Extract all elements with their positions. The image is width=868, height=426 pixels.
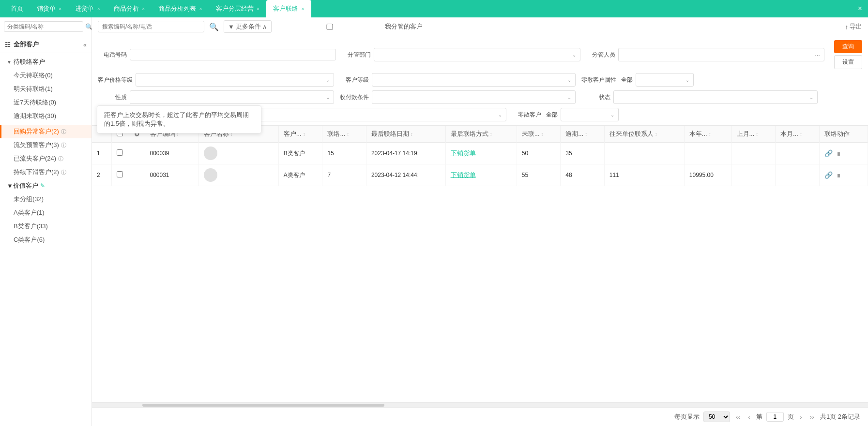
person-select[interactable]: ···	[618, 48, 824, 61]
row1-contact: 15	[322, 143, 366, 164]
dept-select[interactable]: ⌄	[374, 48, 580, 61]
sort-date-icon[interactable]: ↕	[411, 132, 413, 137]
close-product-analysis-tab[interactable]: ×	[142, 6, 145, 12]
my-customers-checkbox-label[interactable]: 我分管的客户	[276, 22, 423, 31]
row2-avatar	[204, 168, 217, 182]
nav-tab-customer-contact[interactable]: 客户联络 ×	[266, 0, 311, 17]
tooltip-box: 距客户上次交易时长，超过了此客户的平均交易周期的1.5倍，则视为异常。	[97, 105, 261, 133]
sort-last-month-icon[interactable]: ↕	[756, 132, 758, 137]
col-category[interactable]: 客户... ↕	[278, 126, 322, 143]
row2-contact-way-link[interactable]: 下销货单	[451, 171, 476, 178]
sidebar-item-class-c[interactable]: C类客户(6)	[0, 233, 91, 247]
nav-tab-purchase[interactable]: 进货单 ×	[68, 0, 107, 17]
sort-this-month-icon[interactable]: ↕	[800, 132, 802, 137]
last-page-button[interactable]: ››	[808, 412, 816, 422]
sort-category-icon[interactable]: ↕	[303, 132, 305, 137]
edit-value-group-icon[interactable]: ✎	[40, 182, 45, 189]
sort-overdue-icon[interactable]: ↕	[585, 132, 587, 137]
close-purchase-tab[interactable]: ×	[97, 6, 100, 12]
customer-type-select[interactable]: ⌄	[232, 108, 506, 121]
query-button[interactable]: 查询	[834, 40, 862, 53]
row2-link-action-icon[interactable]: 🔗	[824, 171, 833, 179]
row2-action: 🔗 ∎	[819, 164, 868, 186]
help-icon-churn-warning[interactable]: ⓘ	[61, 142, 66, 149]
sidebar-item-today[interactable]: 今天待联络(0)	[0, 69, 91, 82]
status-select[interactable]: ⌄	[613, 90, 818, 104]
phone-input[interactable]	[130, 49, 336, 60]
nav-tab-customer-tier[interactable]: 客户分层经营 ×	[209, 0, 266, 17]
page-size-select[interactable]: 50 20 100	[703, 411, 730, 422]
sidebar-item-class-b[interactable]: B类客户(33)	[0, 220, 91, 233]
sidebar-item-tomorrow[interactable]: 明天待联络(1)	[0, 82, 91, 96]
close-product-list-tab[interactable]: ×	[199, 6, 202, 12]
payment-arrow: ⌄	[567, 95, 571, 100]
row1-checkbox-input[interactable]	[117, 149, 123, 156]
table-scroll-bar[interactable]	[92, 402, 868, 407]
col-last-contact-way[interactable]: 最后联络方式 ↕	[445, 126, 517, 143]
all-customers-header[interactable]: ☷ 全部客户 «	[0, 36, 91, 53]
sidebar-item-repurchase-abnormal[interactable]: 回购异常客户(2) ⓘ	[0, 125, 91, 138]
help-icon-declining[interactable]: ⓘ	[61, 169, 66, 176]
nav-close-button[interactable]: ×	[858, 4, 862, 13]
sidebar-search-icon[interactable]: 🔍	[85, 23, 92, 30]
close-customer-tier-tab[interactable]: ×	[257, 6, 259, 12]
sidebar-item-class-a[interactable]: A类客户(1)	[0, 206, 91, 220]
collapse-sidebar-btn[interactable]: «	[83, 41, 87, 48]
nav-tab-product-list[interactable]: 商品分析列表 ×	[152, 0, 209, 17]
pending-contact-group-title[interactable]: ▼ 待联络客户	[0, 55, 91, 69]
sort-pending-icon[interactable]: ↕	[541, 132, 544, 137]
customer-level-select[interactable]: ⌄	[372, 73, 576, 87]
filter-search-icon[interactable]: 🔍	[209, 22, 219, 31]
sidebar-search-input[interactable]	[4, 21, 83, 32]
row2-checkbox-input[interactable]	[117, 171, 123, 177]
col-contact-count[interactable]: 联络... ↕	[322, 126, 366, 143]
help-icon-repurchase[interactable]: ⓘ	[61, 128, 66, 135]
export-button[interactable]: ↑ 导出	[845, 22, 863, 31]
row1-grid-action-icon[interactable]: ∎	[837, 149, 841, 157]
sort-this-year-icon[interactable]: ↕	[709, 132, 711, 137]
payment-select[interactable]: ⌄	[372, 90, 576, 104]
sidebar-item-7days[interactable]: 近7天待联络(0)	[0, 96, 91, 109]
col-last-contact-date[interactable]: 最后联络日期 ↕	[366, 126, 445, 143]
sidebar-item-unclassified[interactable]: 未分组(32)	[0, 192, 91, 206]
next-page-button[interactable]: ›	[798, 412, 804, 422]
sort-contact-icon[interactable]: ↕	[347, 132, 349, 137]
col-this-month[interactable]: 本月... ↕	[776, 126, 820, 143]
sidebar-item-declining[interactable]: 持续下滑客户(2) ⓘ	[0, 165, 91, 179]
retail-customer-select[interactable]: ⌄	[561, 108, 619, 121]
search-input[interactable]	[98, 21, 204, 32]
filter-row-2: 客户价格等级 ⌄ 客户等级 ⌄ 零散客户属性 全部	[98, 73, 862, 87]
row1-this-year	[684, 143, 731, 164]
more-conditions-button[interactable]: ▼ 更多条件 ∧	[224, 20, 272, 33]
nav-tab-product-analysis[interactable]: 商品分析 ×	[107, 0, 152, 17]
sidebar-item-overdue[interactable]: 逾期未联络(30)	[0, 109, 91, 123]
col-last-month[interactable]: 上月... ↕	[731, 126, 776, 143]
nature-select[interactable]: ⌄	[130, 90, 334, 104]
settings-button[interactable]: 设置	[834, 55, 862, 69]
nav-tab-sales[interactable]: 销货单 ×	[30, 0, 68, 17]
close-customer-contact-tab[interactable]: ×	[301, 6, 304, 12]
scroll-thumb[interactable]	[142, 404, 384, 407]
sidebar-item-churn-warning[interactable]: 流失预警客户(3) ⓘ	[0, 138, 91, 152]
first-page-button[interactable]: ‹‹	[734, 412, 742, 422]
nav-tab-home[interactable]: 首页	[4, 0, 30, 17]
row1-link-action-icon[interactable]: 🔗	[824, 149, 833, 157]
col-pending[interactable]: 未联... ↕	[517, 126, 561, 143]
close-sales-tab[interactable]: ×	[59, 6, 61, 12]
sort-way-icon[interactable]: ↕	[490, 132, 492, 137]
col-this-year[interactable]: 本年... ↕	[684, 126, 731, 143]
retail-attr-select[interactable]: ⌄	[636, 73, 694, 87]
col-unit-contact[interactable]: 往来单位联系人 ↕	[604, 126, 684, 143]
price-level-select[interactable]: ⌄	[136, 73, 334, 87]
col-overdue[interactable]: 逾期... ↕	[561, 126, 605, 143]
sidebar-item-churned[interactable]: 已流失客户(24) ⓘ	[0, 152, 91, 165]
sort-unit-contact-icon[interactable]: ↕	[655, 132, 657, 137]
page-number-input[interactable]	[766, 412, 784, 422]
value-group-title[interactable]: ▼ 价值客户 ✎	[0, 179, 91, 192]
prev-page-button[interactable]: ‹	[746, 412, 752, 422]
row2-last-month	[731, 164, 776, 186]
my-customers-checkbox[interactable]	[276, 24, 383, 30]
row2-grid-action-icon[interactable]: ∎	[837, 171, 841, 179]
row1-contact-way-link[interactable]: 下销货单	[451, 149, 476, 157]
help-icon-churned[interactable]: ⓘ	[58, 155, 63, 162]
